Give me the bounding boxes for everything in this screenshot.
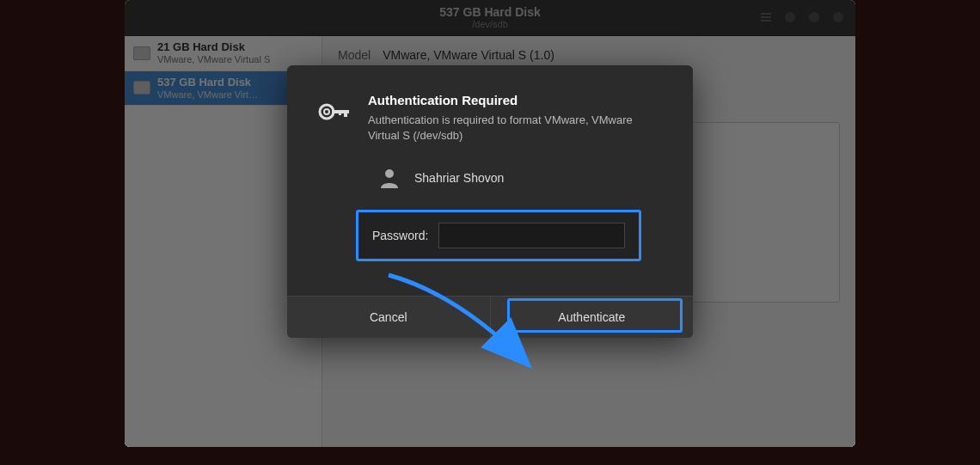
password-input[interactable] <box>438 223 625 248</box>
svg-rect-6 <box>344 110 347 117</box>
svg-point-8 <box>385 169 394 178</box>
svg-rect-7 <box>339 110 341 115</box>
dialog-message: Authentication is required to format VMw… <box>368 113 665 143</box>
dialog-texts: Authentication Required Authentication i… <box>368 93 665 143</box>
user-row: Shahriar Shovon <box>377 165 665 191</box>
password-row: Password: <box>356 210 641 261</box>
cancel-button[interactable]: Cancel <box>287 297 491 338</box>
authentication-dialog: Authentication Required Authentication i… <box>287 65 693 338</box>
user-icon <box>377 165 402 191</box>
key-icon <box>315 93 352 131</box>
authenticate-button[interactable]: Authenticate <box>491 297 694 338</box>
dialog-body: Authentication Required Authentication i… <box>287 65 693 296</box>
dialog-title: Authentication Required <box>368 93 665 107</box>
username-label: Shahriar Shovon <box>414 171 504 185</box>
svg-point-4 <box>324 109 329 114</box>
dialog-buttons: Cancel Authenticate <box>287 296 693 338</box>
dialog-header: Authentication Required Authentication i… <box>315 93 665 143</box>
password-label: Password: <box>372 229 428 242</box>
